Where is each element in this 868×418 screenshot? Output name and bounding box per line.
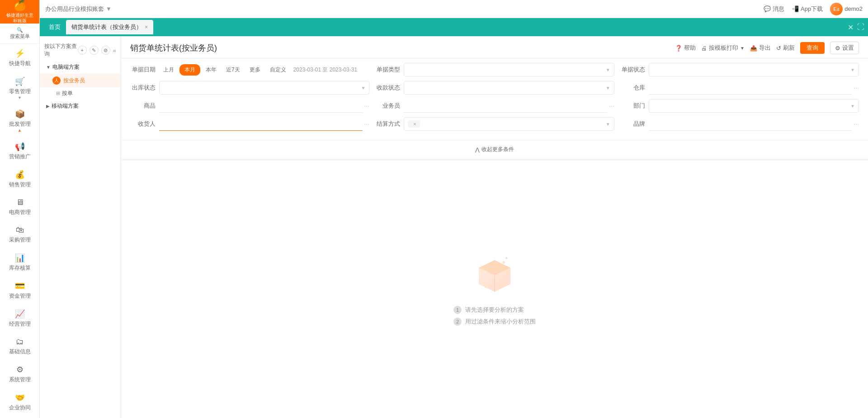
wholesale-arrow-icon: ▲ [18,128,22,133]
retail-icon: 🛒 [15,76,25,86]
filter-row-2: 出库状态 ▼ 收款状态 [130,81,859,95]
sidebar-search[interactable]: 🔍 搜索菜单 [0,24,39,44]
sidebar-item-operations[interactable]: 📈 经营管理 [0,304,39,332]
export-btn[interactable]: 📤 导出 [750,44,771,52]
help-btn[interactable]: ❓ 帮助 [675,44,696,52]
doc-status-control: ▼ [649,63,859,76]
sidebar-item-basic[interactable]: 🗂 基础信息 [0,332,39,360]
scheme-item-by-salesperson[interactable]: 人 按业务员 [40,74,121,87]
sidebar-item-newuser[interactable]: 🌟 新手引导 [0,416,39,418]
print-dropdown-icon: ▼ [740,46,745,51]
add-scheme-btn[interactable]: + [78,46,87,55]
empty-icon: ✦ [472,253,517,299]
system-icon: ⚙ [16,365,24,375]
collapse-more-btn[interactable]: ⋀ 收起更多条件 [470,144,519,155]
doc-status-select[interactable]: ▼ [649,63,859,76]
out-status-select[interactable]: ▼ [159,81,369,95]
salesperson-input[interactable] [404,99,607,113]
salesperson-control: ··· [404,99,614,113]
settlement-tag-close[interactable]: × [413,121,416,127]
messages-btn[interactable]: 💬 消息 [764,5,784,13]
date-btn-7days[interactable]: 近7天 [222,64,244,76]
consignee-input[interactable] [159,117,363,131]
sidebar-item-sales[interactable]: 💰 销售管理 [0,165,39,193]
mobile-scheme-group-title[interactable]: ▶ 移动端方案 [40,100,121,113]
date-range-text: 2023-03-01 至 2023-03-31 [293,66,357,74]
tab-close-all-icon[interactable]: ✕ [848,23,854,32]
sidebar-item-purchase[interactable]: 🛍 采购管理 [0,221,39,248]
date-btn-more[interactable]: 更多 [245,64,264,76]
tab-close-icon[interactable]: × [145,24,148,30]
svg-point-4 [485,286,486,288]
settings-btn[interactable]: ⚙ 设置 [830,42,859,54]
order-icon: ⊞ [56,90,60,96]
template-print-btn[interactable]: 🖨 按模板打印 ▼ [701,44,745,52]
user-area[interactable]: Ea demo2 [830,3,863,15]
warehouse-input[interactable] [649,81,852,95]
home-tab-label: 首页 [49,23,61,31]
right-panel: 销货单统计表(按业务员) ❓ 帮助 🖨 按模板打印 ▼ 📤 [121,36,868,418]
warehouse-control: ··· [649,81,859,95]
refresh-btn[interactable]: ↺ 刷新 [776,44,795,52]
dept-label: 部门 [620,102,645,110]
sidebar-item-finance[interactable]: 💳 资金管理 [0,276,39,304]
goods-dots[interactable]: ··· [364,102,370,109]
doc-type-select[interactable]: ▼ [404,63,614,76]
empty-tip-1: 1 请先选择要分析的方案 [453,306,536,314]
page-header-actions: ❓ 帮助 🖨 按模板打印 ▼ 📤 导出 ↺ [675,42,859,54]
brand-input[interactable] [649,117,852,131]
filter-settlement: 结算方式 × ▼ [375,117,614,131]
scheme-panel: 按以下方案查询 + ✎ ⊘ « ▼ 电脑端方案 人 按业务员 ⊞ [40,36,121,418]
filter-doc-type: 单据类型 ▼ [375,63,614,76]
tab-maximize-icon[interactable]: ⛶ [857,23,864,31]
consignee-dots[interactable]: ··· [364,120,370,128]
collapse-panel-btn[interactable]: « [113,47,116,54]
sidebar-item-wholesale[interactable]: 📦 批发管理 ▲ [0,104,39,137]
brand-dots[interactable]: ··· [854,120,859,128]
mobile-scheme-group-label: 移动端方案 [52,102,79,110]
collapse-more-label: 收起更多条件 [481,146,514,153]
sidebar-item-ecommerce[interactable]: 🖥 电商管理 [0,193,39,221]
messages-label: 消息 [773,5,784,13]
filter-out-status: 出库状态 ▼ [130,81,369,95]
basic-icon: 🗂 [16,337,24,347]
scheme-item-by-order[interactable]: ⊞ 按单 [40,87,121,100]
goods-input[interactable] [159,99,363,113]
tab-home[interactable]: 首页 [43,20,66,34]
date-btn-lastmonth[interactable]: 上月 [159,64,178,76]
salesperson-dots[interactable]: ··· [609,102,614,109]
date-btn-custom[interactable]: 自定义 [266,64,290,76]
tip2-text: 用过滤条件来缩小分析范围 [465,318,536,326]
filter-row-3: 商品 ··· 业务员 ··· [130,99,859,113]
sidebar-item-system[interactable]: ⚙ 系统管理 [0,360,39,388]
sidebar-item-enterprise[interactable]: 🤝 企业协同 [0,388,39,416]
warehouse-dots[interactable]: ··· [854,84,859,91]
doc-status-label: 单据状态 [620,66,645,74]
app-download-btn[interactable]: 📲 App下载 [792,5,823,13]
date-btn-thisyear[interactable]: 本年 [202,64,221,76]
sidebar-item-shortcuts[interactable]: ⚡ 快捷导航 [0,44,39,72]
topbar-dropdown-icon[interactable]: ▼ [106,5,112,12]
desktop-scheme-group-title[interactable]: ▼ 电脑端方案 [40,61,121,74]
tab-sales-stat[interactable]: 销货单统计表（按业务员） × [66,20,153,34]
query-btn[interactable]: 查询 [800,42,825,54]
sales-icon: 💰 [15,170,25,180]
receipt-status-select[interactable]: ▼ [404,81,614,95]
sidebar-item-marketing[interactable]: 📢 营销推广 [0,137,39,165]
enterprise-icon: 🤝 [15,393,25,403]
date-btn-thismonth[interactable]: 本月 [179,64,200,76]
sidebar-item-wholesale-label: 批发管理 [9,120,31,128]
sidebar-item-inventory[interactable]: 📊 库存核算 [0,248,39,276]
dept-select[interactable]: ▼ [649,99,859,113]
template-print-label: 按模板打印 [709,44,738,52]
delete-scheme-btn[interactable]: ⊘ [101,46,110,55]
doc-type-arrow-icon: ▼ [606,67,610,72]
doc-type-control: ▼ [404,63,614,76]
goods-control: ··· [159,99,369,113]
scheme-panel-title: 按以下方案查询 [44,43,78,58]
edit-scheme-btn[interactable]: ✎ [90,46,99,55]
filter-brand: 品牌 ··· [620,117,859,131]
brand-control: ··· [649,117,859,131]
settlement-select[interactable]: × ▼ [404,117,614,131]
sidebar-item-retail[interactable]: 🛒 零售管理 ▼ [0,72,39,104]
